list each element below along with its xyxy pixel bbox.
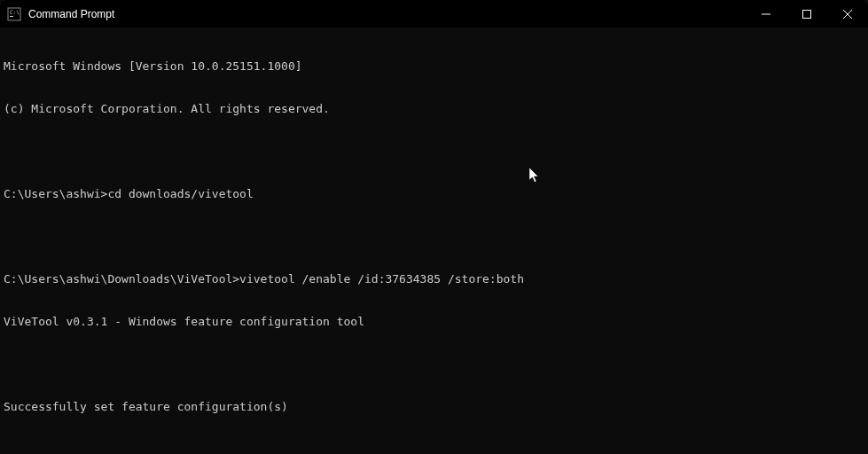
window-controls [746,0,868,27]
terminal-line: C:\Users\ashwi\Downloads\ViVeTool>viveto… [4,272,864,286]
maximize-button[interactable] [786,0,827,27]
mouse-pointer-icon [529,168,540,184]
minimize-button[interactable] [746,0,786,27]
terminal-area[interactable]: Microsoft Windows [Version 10.0.25151.10… [0,27,868,454]
window-title: Command Prompt [28,8,114,20]
svg-rect-2 [10,16,13,17]
svg-text:C:\: C:\ [10,9,20,15]
cmd-icon: C:\ [7,7,21,21]
svg-rect-4 [803,10,811,18]
close-button[interactable] [827,0,868,27]
terminal-line: C:\Users\ashwi>cd downloads/vivetool [4,187,864,201]
terminal-line: ViVeTool v0.3.1 - Windows feature config… [4,315,864,329]
titlebar[interactable]: C:\ Command Prompt [0,0,868,27]
terminal-line: Microsoft Windows [Version 10.0.25151.10… [4,59,864,74]
terminal-line [4,145,864,159]
terminal-line [4,442,864,454]
terminal-line: Successfully set feature configuration(s… [4,400,864,414]
terminal-line [4,357,864,372]
terminal-line [4,230,864,244]
terminal-line: (c) Microsoft Corporation. All rights re… [4,102,864,116]
